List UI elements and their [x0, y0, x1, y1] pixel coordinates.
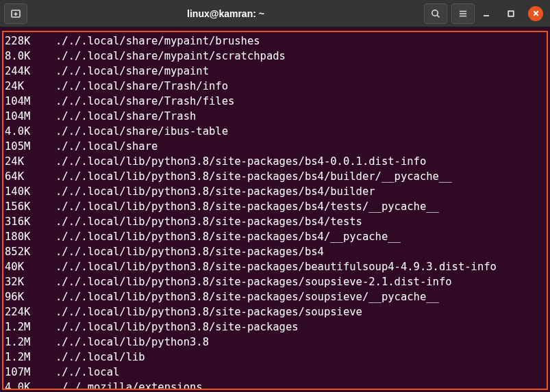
du-size: 852K — [5, 244, 55, 259]
du-path: ././.local/lib/python3.8/site-packages/b… — [55, 169, 452, 184]
du-path: ././.local/lib/python3.8/site-packages/b… — [55, 199, 439, 214]
titlebar: linux@kamran: ~ — [0, 0, 550, 27]
svg-point-1 — [432, 10, 438, 15]
output-line: 156K././.local/lib/python3.8/site-packag… — [5, 199, 544, 214]
du-path: ././.local/lib — [55, 350, 145, 365]
minimize-button[interactable] — [479, 6, 494, 21]
new-tab-icon — [10, 8, 21, 19]
output-line: 4.0K././.mozilla/extensions — [5, 380, 544, 390]
du-size: 32K — [5, 274, 55, 289]
svg-rect-2 — [508, 11, 514, 16]
du-path: ././.local/lib/python3.8/site-packages/b… — [55, 229, 401, 244]
du-size: 4.0K — [5, 124, 55, 139]
du-path: ././.local/lib/python3.8 — [55, 335, 209, 350]
du-path: ././.local/share/Trash/files — [55, 94, 234, 109]
du-size: 24K — [5, 79, 55, 94]
window-controls — [479, 6, 546, 21]
output-line: 4.0K././.local/share/ibus-table — [5, 124, 544, 139]
output-line: 96K././.local/lib/python3.8/site-package… — [5, 289, 544, 304]
du-size: 180K — [5, 229, 55, 244]
du-size: 107M — [5, 365, 55, 380]
du-size: 1.2M — [5, 335, 55, 350]
window-title: linux@kamran: ~ — [32, 8, 420, 19]
du-path: ././.local/share/Trash — [55, 109, 196, 124]
output-line: 107M././.local — [5, 365, 544, 380]
du-path: ././.local/lib/python3.8/site-packages/b… — [55, 184, 375, 199]
du-path: ././.local/share/Trash/info — [55, 79, 228, 94]
maximize-button[interactable] — [503, 6, 518, 21]
du-path: ././.local/lib/python3.8/site-packages/s… — [55, 289, 439, 304]
output-line: 24K././.local/lib/python3.8/site-package… — [5, 154, 544, 169]
output-line: 64K././.local/lib/python3.8/site-package… — [5, 169, 544, 184]
search-icon — [430, 8, 441, 19]
du-size: 8.0K — [5, 49, 55, 64]
du-size: 96K — [5, 289, 55, 304]
output-line: 852K././.local/lib/python3.8/site-packag… — [5, 244, 544, 259]
du-path: ././.local/share/mypaint/brushes — [55, 34, 260, 49]
du-size: 316K — [5, 214, 55, 229]
du-size: 24K — [5, 154, 55, 169]
output-line: 104M././.local/share/Trash/files — [5, 94, 544, 109]
du-path: ././.local/share/mypaint — [55, 64, 209, 79]
du-path: ././.local/lib/python3.8/site-packages/b… — [55, 214, 362, 229]
output-line: 8.0K././.local/share/mypaint/scratchpads — [5, 49, 544, 64]
output-line: 40K././.local/lib/python3.8/site-package… — [5, 259, 544, 274]
du-size: 224K — [5, 304, 55, 319]
minimize-icon — [482, 10, 490, 18]
output-line: 140K././.local/lib/python3.8/site-packag… — [5, 184, 544, 199]
terminal-output: 228K././.local/share/mypaint/brushes8.0K… — [3, 32, 547, 390]
du-size: 1.2M — [5, 319, 55, 335]
menu-button[interactable] — [451, 3, 475, 24]
terminal-pane[interactable]: 228K././.local/share/mypaint/brushes8.0K… — [2, 31, 548, 390]
du-path: ././.mozilla/extensions — [55, 380, 203, 390]
output-line: 32K././.local/lib/python3.8/site-package… — [5, 274, 544, 289]
du-size: 40K — [5, 259, 55, 274]
output-line: 24K././.local/share/Trash/info — [5, 79, 544, 94]
du-path: ././.local/lib/python3.8/site-packages — [55, 319, 299, 335]
du-path: ././.local/share/ibus-table — [55, 124, 228, 139]
output-line: 180K././.local/lib/python3.8/site-packag… — [5, 229, 544, 244]
du-path: ././.local/lib/python3.8/site-packages/b… — [55, 259, 497, 274]
du-size: 104M — [5, 94, 55, 109]
du-path: ././.local/lib/python3.8/site-packages/b… — [55, 154, 426, 169]
du-size: 140K — [5, 184, 55, 199]
du-size: 64K — [5, 169, 55, 184]
hamburger-icon — [458, 8, 468, 19]
close-icon — [532, 10, 540, 17]
du-path: ././.local — [55, 365, 119, 380]
output-line: 1.2M././.local/lib — [5, 350, 544, 365]
du-size: 1.2M — [5, 350, 55, 365]
du-size: 105M — [5, 139, 55, 154]
du-size: 156K — [5, 199, 55, 214]
du-size: 228K — [5, 34, 55, 49]
du-path: ././.local/lib/python3.8/site-packages/b… — [55, 244, 324, 259]
du-size: 104M — [5, 109, 55, 124]
output-line: 244K././.local/share/mypaint — [5, 64, 544, 79]
search-button[interactable] — [424, 3, 447, 24]
new-tab-button[interactable] — [4, 3, 27, 24]
output-line: 1.2M././.local/lib/python3.8 — [5, 335, 544, 350]
output-line: 1.2M././.local/lib/python3.8/site-packag… — [5, 319, 544, 335]
du-size: 4.0K — [5, 380, 55, 390]
output-line: 224K././.local/lib/python3.8/site-packag… — [5, 304, 544, 319]
maximize-icon — [507, 10, 515, 18]
du-path: ././.local/lib/python3.8/site-packages/s… — [55, 274, 452, 289]
du-path: ././.local/share — [55, 139, 158, 154]
du-path: ././.local/share/mypaint/scratchpads — [55, 49, 286, 64]
output-line: 105M././.local/share — [5, 139, 544, 154]
output-line: 104M././.local/share/Trash — [5, 109, 544, 124]
output-line: 316K././.local/lib/python3.8/site-packag… — [5, 214, 544, 229]
close-button[interactable] — [528, 6, 543, 21]
du-path: ././.local/lib/python3.8/site-packages/s… — [55, 304, 362, 319]
output-line: 228K././.local/share/mypaint/brushes — [5, 34, 544, 49]
du-size: 244K — [5, 64, 55, 79]
